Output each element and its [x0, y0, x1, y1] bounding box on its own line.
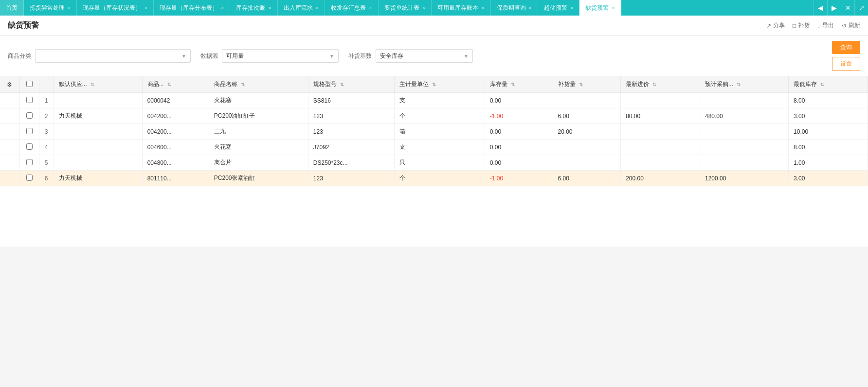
- row-checkbox[interactable]: [26, 175, 33, 181]
- table-row[interactable]: 3 004200... 三九 123 箱 0.00 20.00 10.00: [0, 124, 868, 140]
- row-replenish: 6.00: [553, 108, 621, 124]
- close-tab-expiry[interactable]: ×: [529, 5, 532, 11]
- table-row[interactable]: 5 004800... 离合片 DS250*23c... 只 0.00 1.00: [0, 155, 868, 171]
- th-supplier[interactable]: 默认供应... ⇅: [54, 76, 142, 93]
- category-select[interactable]: ▼: [35, 49, 191, 63]
- row-supplier: 力天机械: [54, 108, 142, 124]
- th-goods-name[interactable]: 商品名称 ⇅: [209, 76, 308, 93]
- tab-available[interactable]: 可用量库存账本 ×: [432, 0, 490, 16]
- row-goods-name: 离合片: [209, 155, 308, 171]
- row-goods-name: 火花塞: [209, 140, 308, 155]
- row-checkbox[interactable]: [26, 128, 33, 134]
- th-stock[interactable]: 库存量 ⇅: [485, 76, 553, 93]
- refresh-button[interactable]: ↺ 刷新: [842, 21, 860, 30]
- category-label: 商品分类: [8, 52, 31, 60]
- close-tab-inventory-dist[interactable]: ×: [221, 5, 224, 11]
- row-checkbox[interactable]: [26, 159, 33, 165]
- category-select-wrapper: ▼: [35, 49, 191, 63]
- nav-close-btn[interactable]: ✕: [841, 0, 854, 16]
- row-spec: 123: [308, 124, 394, 140]
- row-checkbox-cell[interactable]: [19, 155, 39, 171]
- table-row[interactable]: 2 力天机械 004200... PC200油缸缸子 123 个 -1.00 6…: [0, 108, 868, 124]
- row-supplier: [54, 140, 142, 155]
- nav-prev-btn[interactable]: ◀: [814, 0, 827, 16]
- tab-overstock[interactable]: 超储预警 ×: [538, 0, 579, 16]
- th-checkbox[interactable]: [19, 76, 39, 93]
- tab-inventory-status[interactable]: 现存量（库存状况表） ×: [77, 0, 153, 16]
- th-replenish[interactable]: 补货量 ⇅: [553, 76, 621, 93]
- th-latest-price[interactable]: 最新进价 ⇅: [621, 76, 700, 93]
- header-actions: ↗ 分享 □ 补货 ↓ 导出 ↺ 刷新: [766, 21, 860, 30]
- tab-shortage[interactable]: 缺货预警 ×: [579, 0, 621, 16]
- close-tab-collect[interactable]: ×: [369, 5, 372, 11]
- nav-expand-btn[interactable]: ⤢: [854, 0, 868, 16]
- table-row[interactable]: 1 0000042 火花塞 SS816 支 0.00 8.00: [0, 93, 868, 108]
- row-checkbox-cell[interactable]: [19, 140, 39, 155]
- th-unit[interactable]: 主计量单位 ⇅: [394, 76, 485, 93]
- row-supplier: [54, 93, 142, 108]
- row-replenish: 6.00: [553, 171, 621, 186]
- th-est-purchase[interactable]: 预计采购... ⇅: [700, 76, 788, 93]
- row-latest-price: [621, 124, 700, 140]
- tab-demand[interactable]: 要货单统计表 ×: [379, 0, 432, 16]
- nav-next-btn[interactable]: ▶: [827, 0, 841, 16]
- replenish-base-select[interactable]: 安全库存 ▼: [376, 49, 473, 63]
- row-goods-id: 004800...: [142, 155, 209, 171]
- tab-expiry[interactable]: 保质期查询 ×: [491, 0, 538, 16]
- row-checkbox-cell[interactable]: [19, 108, 39, 124]
- close-tab-overstock[interactable]: ×: [570, 5, 573, 11]
- tab-inout[interactable]: 出入库流水 ×: [278, 0, 325, 16]
- th-goods-id[interactable]: 商品... ⇅: [142, 76, 209, 93]
- tab-exception[interactable]: 拣货异常处理 ×: [24, 0, 77, 16]
- row-checkbox[interactable]: [26, 143, 33, 150]
- tab-home[interactable]: 首页: [0, 0, 24, 16]
- close-tab-demand[interactable]: ×: [422, 5, 425, 11]
- table-row[interactable]: 6 力天机械 801110... PC200张紧油缸 123 个 -1.00 6…: [0, 171, 868, 186]
- row-checkbox[interactable]: [26, 97, 33, 103]
- row-checkbox-cell[interactable]: [19, 171, 39, 186]
- tab-inventory-dist[interactable]: 现存量（库存分布表） ×: [154, 0, 230, 16]
- th-gear[interactable]: ⚙: [0, 76, 19, 93]
- settings-button[interactable]: 设置: [832, 57, 860, 71]
- close-tab-inout[interactable]: ×: [316, 5, 319, 11]
- row-checkbox-cell[interactable]: [19, 93, 39, 108]
- th-min-stock[interactable]: 最低库存 ⇅: [789, 76, 868, 93]
- th-spec[interactable]: 规格型号 ⇅: [308, 76, 394, 93]
- export-button[interactable]: ↓ 导出: [817, 21, 834, 30]
- row-replenish: [553, 93, 621, 108]
- row-goods-name: 三九: [209, 124, 308, 140]
- replenish-base-select-wrapper: 安全库存 ▼: [376, 49, 473, 63]
- close-tab-batch[interactable]: ×: [268, 5, 271, 11]
- row-num: 2: [39, 108, 54, 124]
- row-unit: 个: [394, 108, 485, 124]
- select-all-checkbox[interactable]: [26, 81, 33, 87]
- tab-collect[interactable]: 收发存汇总表 ×: [325, 0, 378, 16]
- query-button[interactable]: 查询: [832, 41, 860, 54]
- row-checkbox[interactable]: [26, 112, 33, 119]
- close-tab-exception[interactable]: ×: [68, 5, 71, 11]
- row-unit: 支: [394, 93, 485, 108]
- refresh-icon: ↺: [842, 22, 847, 29]
- sort-goods-name-icon: ⇅: [241, 82, 245, 87]
- row-num: 6: [39, 171, 54, 186]
- datasource-select-wrapper: 可用量 ▼: [222, 49, 339, 63]
- close-tab-shortage[interactable]: ×: [612, 5, 615, 11]
- sort-goods-id-icon: ⇅: [167, 82, 171, 87]
- table-row[interactable]: 4 004600... 火花塞 J7092 支 0.00 8.00: [0, 140, 868, 155]
- tab-batch[interactable]: 库存批次账 ×: [230, 0, 277, 16]
- row-goods-name: PC200油缸缸子: [209, 108, 308, 124]
- close-tab-inventory-status[interactable]: ×: [144, 5, 147, 11]
- row-goods-name: 火花塞: [209, 93, 308, 108]
- row-min-stock: 3.00: [789, 108, 868, 124]
- datasource-select[interactable]: 可用量 ▼: [222, 49, 339, 63]
- row-checkbox-cell[interactable]: [19, 124, 39, 140]
- th-num: [39, 76, 54, 93]
- row-est-purchase: [700, 155, 788, 171]
- row-latest-price: [621, 155, 700, 171]
- replenish-button[interactable]: □ 补货: [793, 21, 810, 30]
- share-button[interactable]: ↗ 分享: [766, 21, 785, 30]
- sort-stock-icon: ⇅: [511, 82, 515, 87]
- row-stock: -1.00: [485, 108, 553, 124]
- row-goods-id: 004600...: [142, 140, 209, 155]
- close-tab-available[interactable]: ×: [481, 5, 484, 11]
